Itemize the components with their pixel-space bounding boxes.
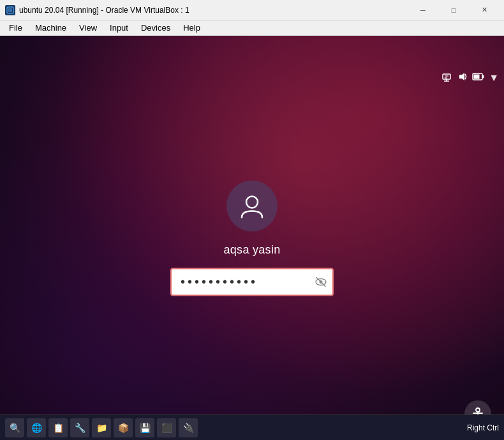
dropdown-icon[interactable]: ▼	[489, 72, 499, 84]
menu-file[interactable]: File	[3, 22, 29, 34]
avatar	[226, 180, 278, 231]
taskbar-right: Right Ctrl	[467, 423, 499, 432]
password-wrapper	[170, 268, 334, 296]
window-title: ubuntu 20.04 [Running] - Oracle VM Virtu…	[19, 6, 189, 15]
username-label: aqsa yasin	[223, 243, 280, 256]
taskbar-globe-icon[interactable]: 🌐	[27, 418, 46, 437]
audio-icon[interactable]	[457, 72, 468, 84]
taskbar-app-icon[interactable]: ⬛	[157, 418, 176, 437]
titlebar-controls: ─ □ ✕	[408, 0, 499, 20]
network-icon[interactable]	[440, 72, 453, 84]
taskbar-tool-icon[interactable]: 🔧	[70, 418, 89, 437]
svg-point-12	[246, 196, 258, 208]
virtualbox-icon	[5, 5, 15, 15]
menubar: File Machine View Input Devices Help	[0, 20, 504, 36]
minimize-button[interactable]: ─	[408, 0, 438, 20]
taskbar-disk-icon[interactable]: 💾	[135, 418, 154, 437]
win-taskbar: 🔍 🌐 📋 🔧 📁 📦 💾 ⬛ 🔌 Right Ctrl	[0, 414, 504, 440]
toggle-password-button[interactable]	[315, 275, 327, 288]
taskbar-file-icon[interactable]: 📋	[48, 418, 68, 437]
login-container: aqsa yasin	[170, 180, 334, 296]
titlebar-left: ubuntu 20.04 [Running] - Oracle VM Virtu…	[5, 5, 189, 15]
password-input[interactable]	[170, 268, 334, 296]
taskbar-left: 🔍 🌐 📋 🔧 📁 📦 💾 ⬛ 🔌	[5, 418, 198, 437]
svg-point-16	[476, 408, 480, 412]
titlebar: ubuntu 20.04 [Running] - Oracle VM Virtu…	[0, 0, 504, 20]
taskbar-box-icon[interactable]: 📦	[114, 418, 133, 437]
user-icon	[238, 192, 266, 220]
right-ctrl-label: Right Ctrl	[467, 423, 499, 432]
taskbar-folder-icon[interactable]: 📁	[92, 418, 111, 437]
battery-icon[interactable]	[472, 72, 485, 84]
close-button[interactable]: ✕	[470, 0, 499, 20]
svg-marker-8	[459, 73, 464, 80]
vm-statusbar: ▼	[440, 72, 499, 84]
menu-machine[interactable]: Machine	[29, 22, 73, 34]
menu-input[interactable]: Input	[103, 22, 135, 34]
vm-screen: ▼ aqsa yasin	[0, 36, 504, 440]
svg-rect-10	[474, 75, 480, 79]
svg-rect-11	[482, 75, 484, 79]
taskbar-plug-icon[interactable]: 🔌	[179, 418, 198, 437]
taskbar-search-icon[interactable]: 🔍	[5, 418, 24, 437]
menu-devices[interactable]: Devices	[135, 22, 177, 34]
svg-rect-2	[8, 8, 12, 12]
menu-view[interactable]: View	[73, 22, 103, 34]
menu-help[interactable]: Help	[177, 22, 207, 34]
eye-icon	[315, 275, 327, 288]
maximize-button[interactable]: □	[439, 0, 468, 20]
svg-rect-3	[443, 74, 450, 79]
